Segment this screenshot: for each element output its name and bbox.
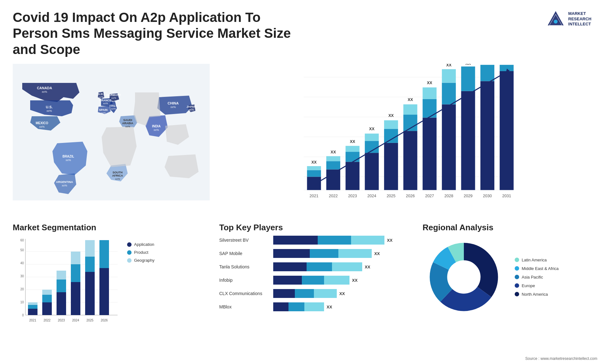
key-players-section: Top Key Players Silverstreet BV XX SAP M…	[213, 219, 416, 359]
svg-text:2026: 2026	[101, 319, 108, 322]
svg-text:XX: XX	[369, 127, 375, 131]
svg-rect-55	[346, 146, 360, 152]
svg-text:XX: XX	[465, 64, 471, 66]
svg-rect-91	[500, 71, 514, 190]
svg-text:xx%: xx%	[188, 108, 194, 111]
svg-text:xx%: xx%	[153, 128, 159, 131]
svg-text:XX: XX	[504, 64, 509, 64]
svg-text:2030: 2030	[483, 194, 492, 198]
svg-rect-117	[42, 290, 52, 295]
svg-text:CANADA: CANADA	[37, 86, 52, 90]
player-row-sap: SAP Mobile XX	[219, 249, 410, 258]
svg-text:XX: XX	[350, 139, 355, 144]
svg-rect-53	[346, 162, 360, 190]
svg-point-2	[554, 20, 558, 24]
legend-europe: Europe	[515, 283, 559, 288]
svg-text:FRANCE: FRANCE	[99, 99, 112, 102]
donut-legend: Latin America Middle East & Africa Asia …	[515, 258, 559, 297]
svg-rect-73	[423, 118, 437, 190]
page-header: Covid 19 Impact On A2p Application To Pe…	[0, 0, 610, 61]
map-container: CANADA xx% U.S. xx% MEXICO xx% BRAZIL xx…	[13, 64, 210, 210]
svg-rect-65	[384, 120, 398, 129]
svg-text:XX: XX	[389, 113, 394, 118]
bar-chart-svg: XX 2021 XX 2022 XX 2023 XX 2024	[219, 64, 594, 210]
player-name-mblox: MBlox	[219, 304, 270, 309]
svg-text:xx%: xx%	[98, 96, 103, 98]
label-apac: Asia Pacific	[522, 275, 543, 280]
svg-text:2031: 2031	[502, 194, 511, 198]
svg-rect-83	[461, 91, 475, 190]
regional-title: Regional Analysis	[423, 223, 594, 233]
dot-europe	[515, 283, 519, 288]
svg-point-139	[448, 261, 480, 293]
map-section: CANADA xx% U.S. xx% MEXICO xx% BRAZIL xx…	[10, 61, 213, 219]
legend-label-product: Product	[134, 250, 148, 255]
player-val-tanla: XX	[365, 265, 370, 269]
svg-text:XX: XX	[427, 81, 432, 85]
svg-rect-113	[28, 302, 37, 305]
svg-text:ARABIA: ARABIA	[122, 122, 133, 125]
label-mea: Middle East & Africa	[522, 266, 559, 271]
svg-text:xx%: xx%	[111, 107, 116, 110]
svg-text:2029: 2029	[464, 194, 472, 198]
dot-mea	[515, 266, 519, 271]
svg-text:XX: XX	[446, 64, 451, 67]
legend-mea: Middle East & Africa	[515, 266, 559, 271]
svg-rect-48	[326, 170, 340, 190]
player-bar-mblox: XX	[273, 302, 410, 311]
logo-box: MARKET RESEARCH INTELLECT	[546, 10, 592, 29]
svg-rect-120	[57, 280, 66, 292]
player-name-silverstreet: Silverstreet BV	[219, 238, 270, 243]
segmentation-section: Market Segmentation 0 10 20 30 40 50 60	[10, 219, 213, 359]
player-row-silverstreet: Silverstreet BV XX	[219, 236, 410, 245]
svg-text:0: 0	[22, 313, 24, 317]
svg-text:2022: 2022	[44, 319, 51, 322]
svg-rect-63	[384, 143, 398, 190]
svg-text:2021: 2021	[309, 194, 318, 198]
donut-chart-svg	[423, 236, 505, 318]
svg-text:40: 40	[20, 261, 24, 265]
seg-chart-svg: 0 10 20 30 40 50 60	[13, 236, 121, 328]
svg-rect-58	[365, 153, 379, 190]
legend-latin-america: Latin America	[515, 258, 559, 262]
svg-rect-43	[307, 177, 321, 190]
dot-north-america	[515, 292, 519, 296]
dot-latin-america	[515, 258, 519, 262]
svg-rect-129	[85, 240, 95, 257]
svg-text:xx%: xx%	[101, 111, 105, 114]
bar-chart-wrapper: XX 2021 XX 2022 XX 2023 XX 2024	[219, 64, 594, 210]
player-bar-silverstreet: XX	[273, 236, 410, 245]
svg-rect-75	[423, 87, 437, 99]
svg-text:50: 50	[20, 248, 24, 252]
svg-rect-88	[480, 65, 494, 81]
svg-text:2024: 2024	[367, 194, 376, 198]
svg-text:xx%: xx%	[103, 102, 108, 105]
player-val-clx: XX	[339, 291, 345, 296]
legend-apac: Asia Pacific	[515, 275, 559, 280]
svg-rect-115	[42, 302, 52, 315]
player-bar-clx: XX	[273, 289, 410, 298]
bottom-content-grid: Market Segmentation 0 10 20 30 40 50 60	[0, 219, 610, 359]
svg-text:xx%: xx%	[115, 178, 120, 180]
legend-label-geography: Geography	[134, 258, 154, 263]
svg-rect-123	[71, 282, 80, 315]
svg-text:2024: 2024	[72, 319, 79, 322]
seg-legend: Application Product Geography	[127, 236, 154, 263]
svg-rect-80	[442, 69, 456, 83]
svg-rect-74	[423, 99, 437, 118]
svg-rect-112	[28, 305, 37, 309]
player-name-infobip: Infobip	[219, 278, 270, 283]
source-line: Source : www.marketresearchintellect.com	[525, 356, 597, 361]
svg-rect-45	[307, 166, 321, 170]
svg-rect-68	[403, 131, 417, 190]
svg-text:SOUTH: SOUTH	[112, 171, 123, 174]
svg-text:INDIA: INDIA	[152, 125, 160, 128]
regional-section: Regional Analysis	[416, 219, 600, 359]
label-north-america: North America	[522, 292, 548, 297]
svg-text:ARGENTINA: ARGENTINA	[56, 180, 73, 184]
logo-text: MARKET RESEARCH INTELLECT	[568, 11, 592, 27]
svg-text:2025: 2025	[387, 194, 396, 198]
svg-rect-119	[57, 292, 66, 315]
svg-text:XX: XX	[311, 160, 317, 165]
donut-area: Latin America Middle East & Africa Asia …	[423, 236, 594, 318]
